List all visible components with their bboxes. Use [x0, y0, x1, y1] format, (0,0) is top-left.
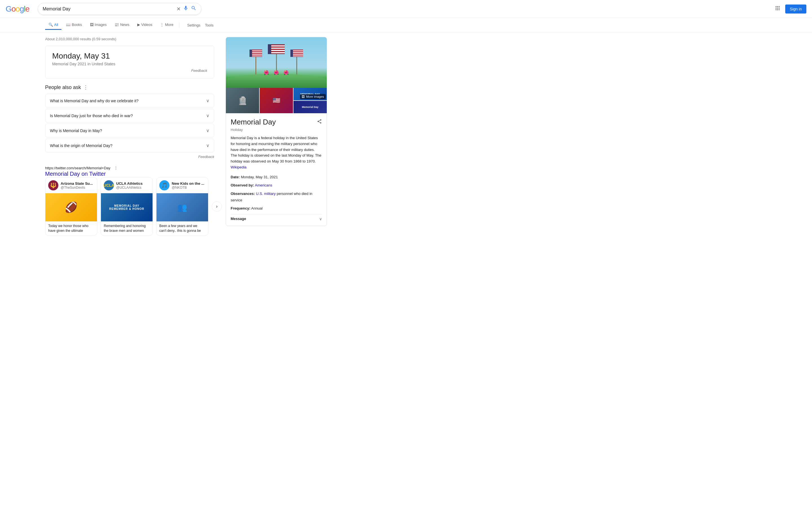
twitter-card-ucla-header: UCLA UCLA Athletics @UCLAAthletics [101, 177, 153, 193]
paa-question-1[interactable]: What is Memorial Day and why do we celeb… [45, 94, 214, 108]
kp-title: Memorial Day [231, 118, 276, 126]
americans-link[interactable]: Americans [255, 183, 272, 187]
kp-fact-frequency: Frequency: Annual [231, 205, 322, 212]
ucla-avatar: UCLA [104, 180, 114, 190]
kp-facts: Date: Monday, May 31, 2021 Observed by: … [231, 174, 322, 212]
grass-hill [226, 74, 327, 88]
date-card: Monday, May 31 Memorial Day 2021 in Unit… [45, 46, 214, 78]
asu-card-image: 🏈 [45, 193, 97, 221]
asu-avatar: 🔱 [48, 180, 58, 190]
tab-news[interactable]: 📰 News [111, 20, 133, 30]
ucla-card-image: MEMORIAL DAYREMEMBER & HONOR [101, 193, 153, 221]
header: Google ✕ Sign in [0, 0, 812, 18]
twitter-next-button[interactable]: › [212, 202, 222, 212]
people-also-ask: People also ask ⋮ What is Memorial Day a… [45, 84, 214, 159]
kp-thumb-3b[interactable]: Memorial Day [294, 101, 327, 113]
kp-outer: 🌺 🌺 🌺 🪦 🇺🇸 MEMORIAL DAY 🖼 [225, 37, 327, 226]
tab-books[interactable]: 📖 Books [63, 20, 85, 30]
date-card-feedback[interactable]: Feedback [52, 68, 207, 73]
twitter-card-asu[interactable]: 🔱 Arizona State Su... @TheSunDevils 🏈 To… [45, 177, 97, 236]
kp-fact-date: Date: Monday, May 31, 2021 [231, 174, 322, 180]
nav-right: Settings Tools [187, 23, 213, 27]
ucla-handle: @UCLAAthletics [116, 186, 143, 189]
flag-center [268, 44, 285, 54]
more-icon: ⋮ [160, 22, 164, 27]
paa-title: People also ask [45, 84, 81, 91]
flowers: 🌺 🌺 🌺 [232, 70, 321, 75]
knowledge-panel: 🌺 🌺 🌺 🪦 🇺🇸 MEMORIAL DAY 🖼 [225, 37, 327, 242]
asu-card-text: Today we honor those who have given the … [45, 221, 97, 235]
kp-thumb-1[interactable]: 🪦 [226, 88, 259, 113]
twitter-section-title[interactable]: Memorial Day on Twitter [45, 171, 106, 177]
twitter-more-button[interactable]: ⋮ [114, 166, 118, 170]
more-images-button[interactable]: 🖼 More images [300, 94, 326, 99]
twitter-url: https://twitter.com/search/Memorial+Day … [45, 166, 214, 170]
images-icon: 🖼 [90, 22, 94, 27]
wikipedia-link[interactable]: Wikipedia [231, 165, 246, 169]
tab-images[interactable]: 🖼 Images [87, 20, 110, 30]
flag-right [290, 50, 303, 57]
kp-message-label: Message [231, 217, 246, 221]
header-right: Sign in [774, 4, 806, 13]
nav-tabs: 🔍 All 📖 Books 🖼 Images 📰 News ▶ Videos ⋮… [0, 18, 812, 33]
settings-link[interactable]: Settings [187, 23, 200, 27]
kp-hero-image: 🌺 🌺 🌺 [226, 37, 327, 88]
us-military-link[interactable]: U.S. military [256, 191, 276, 196]
paa-feedback[interactable]: Feedback [45, 155, 214, 159]
nkotb-handle: @NKOTB [172, 186, 204, 189]
books-icon: 📖 [66, 22, 70, 27]
kp-title-row: Memorial Day [231, 118, 322, 126]
ucla-name: UCLA Athletics [116, 181, 143, 186]
twitter-card-asu-header: 🔱 Arizona State Su... @TheSunDevils [45, 177, 97, 193]
sign-in-button[interactable]: Sign in [785, 4, 806, 13]
nkotb-card-image: 👥 [156, 193, 208, 221]
apps-icon[interactable] [774, 5, 781, 13]
asu-name: Arizona State Su... [61, 181, 93, 186]
paa-question-4[interactable]: What is the origin of Memorial Day? ∨ [45, 138, 214, 152]
search-button[interactable] [191, 5, 197, 12]
search-input[interactable] [43, 6, 174, 11]
clear-button[interactable]: ✕ [176, 6, 181, 12]
asu-handle: @TheSunDevils [61, 186, 93, 189]
kp-description: Memorial Day is a federal holiday in the… [231, 135, 322, 170]
tools-link[interactable]: Tools [205, 23, 213, 27]
kp-subtitle: Holiday [231, 128, 322, 132]
nkotb-card-text: Been a few years and we can't deny.. thi… [156, 221, 208, 235]
kp-thumbnails: 🪦 🇺🇸 MEMORIAL DAY 🖼 More images Memoria [226, 88, 327, 113]
tab-videos[interactable]: ▶ Videos [134, 20, 156, 30]
nkotb-avatar: 🎵 [159, 180, 169, 190]
tab-all[interactable]: 🔍 All [45, 20, 61, 30]
date-card-subtitle: Memorial Day 2021 in United States [52, 62, 207, 66]
date-card-title: Monday, May 31 [52, 52, 207, 61]
voice-search-button[interactable] [183, 5, 189, 12]
chevron-down-icon: ∨ [206, 143, 209, 148]
videos-icon: ▶ [137, 22, 140, 27]
google-logo: Google [6, 4, 29, 13]
ucla-card-text: Remembering and honoring the brave men a… [101, 221, 153, 235]
left-column: About 2,010,000,000 results (0.59 second… [45, 37, 214, 242]
kp-message-row[interactable]: Message ∨ [231, 214, 322, 221]
main-content: About 2,010,000,000 results (0.59 second… [0, 33, 812, 247]
search-box: ✕ [38, 3, 201, 15]
paa-more-icon[interactable]: ⋮ [83, 84, 88, 91]
kp-info: Memorial Day Holiday Memorial Day is a f… [226, 113, 327, 226]
news-icon: 📰 [114, 22, 119, 27]
paa-question-3[interactable]: Why is Memorial Day in May? ∨ [45, 124, 214, 137]
chevron-down-icon: ∨ [206, 128, 209, 133]
twitter-card-nkotb[interactable]: 🎵 New Kids on the ... @NKOTB 👥 Been a fe… [156, 177, 208, 236]
twitter-section: https://twitter.com/search/Memorial+Day … [45, 166, 214, 236]
nkotb-name: New Kids on the ... [172, 181, 204, 186]
share-icon[interactable] [317, 119, 322, 125]
paa-header: People also ask ⋮ [45, 84, 214, 91]
kp-thumb-3-wrapper: MEMORIAL DAY 🖼 More images Memorial Day [294, 88, 327, 113]
chevron-down-icon: ∨ [206, 113, 209, 118]
kp-thumb-2[interactable]: 🇺🇸 [260, 88, 293, 113]
chevron-down-icon: ∨ [319, 217, 322, 221]
twitter-card-nkotb-header: 🎵 New Kids on the ... @NKOTB [156, 177, 208, 193]
twitter-card-ucla[interactable]: UCLA UCLA Athletics @UCLAAthletics MEMOR… [101, 177, 153, 236]
tab-more[interactable]: ⋮ More [157, 20, 177, 30]
paa-question-2[interactable]: Is Memorial Day just for those who died … [45, 109, 214, 122]
kp-thumb-3a[interactable]: MEMORIAL DAY 🖼 More images [294, 88, 327, 100]
twitter-cards-container: 🔱 Arizona State Su... @TheSunDevils 🏈 To… [45, 177, 214, 236]
search-icon: 🔍 [49, 22, 53, 27]
